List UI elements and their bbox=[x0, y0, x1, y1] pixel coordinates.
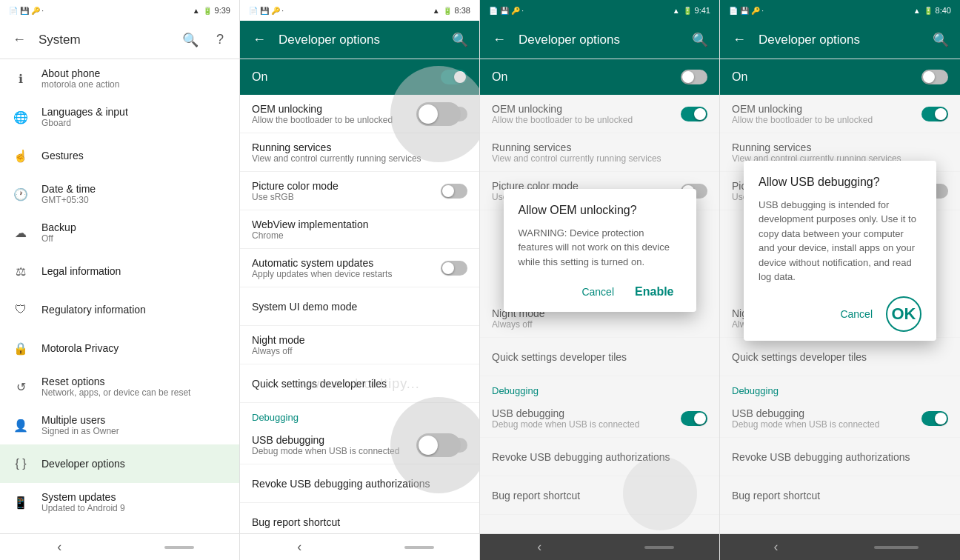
panel-developer-usb: 📄 💾 🔑 · ▲ 🔋 8:40 ← Developer options 🔍 O… bbox=[720, 0, 960, 560]
backup-label: Backup bbox=[41, 221, 76, 233]
sidebar-item-legal[interactable]: ⚖ Legal information bbox=[0, 252, 239, 290]
home-indicator-mid bbox=[404, 546, 434, 549]
usb-row-mid: USB debugging Debug mode when USB is con… bbox=[240, 426, 479, 464]
users-icon: 👤 bbox=[12, 416, 30, 434]
status-icons-left: 📄 💾 🔑 · bbox=[9, 7, 44, 15]
usb-dialog-content: USB debugging is intended for developmen… bbox=[759, 198, 921, 284]
circle-overlay-usb bbox=[390, 397, 479, 493]
time-left: 9:39 bbox=[215, 6, 230, 15]
back-mid[interactable]: ← bbox=[249, 30, 270, 50]
sidebar-item-backup[interactable]: ☁ Backup Off bbox=[0, 213, 239, 252]
status-bar-mid: 📄 💾 🔑 · ▲ 🔋 8:38 bbox=[240, 0, 479, 21]
bottom-bar-mid: ‹ bbox=[240, 533, 479, 560]
reset-icon: ↺ bbox=[12, 378, 30, 396]
lang-sub: Gboard bbox=[41, 118, 128, 128]
about-label: About phone bbox=[41, 67, 119, 79]
sidebar-item-datetime[interactable]: 🕐 Date & time GMT+05:30 bbox=[0, 175, 239, 213]
motorola-icon: 🔒 bbox=[12, 339, 30, 357]
bottom-bar-left: ‹ bbox=[0, 533, 239, 560]
quicktiles-label-mid: Quick settings developer tiles bbox=[252, 378, 467, 390]
bug-report-mid[interactable]: Bug report shortcut bbox=[240, 503, 479, 533]
oem-row-mid: OEM unlocking Allow the bootloader to be… bbox=[240, 95, 479, 133]
app-bar-mid: ← Developer options 🔍 bbox=[240, 21, 479, 59]
enable-circle bbox=[623, 456, 697, 530]
sidebar-item-users[interactable]: 👤 Multiple users Signed in as Owner bbox=[0, 406, 239, 444]
sidebar-item-motorola[interactable]: 🔒 Motorola Privacy bbox=[0, 329, 239, 367]
sidebar-item-about-phone[interactable]: ℹ About phone motorola one action bbox=[0, 59, 239, 98]
regulatory-label: Regulatory information bbox=[41, 304, 146, 316]
status-icons-mid: 📄 💾 🔑 · bbox=[249, 7, 284, 15]
pcolor-sub-mid: Use sRGB bbox=[252, 192, 441, 202]
oem-enable-btn[interactable]: Enable bbox=[627, 281, 681, 303]
panel-system: 📄 💾 🔑 · ▲ 🔋 9:39 ← System 🔍 ? ℹ About ph… bbox=[0, 0, 240, 560]
bugreport-label-mid: Bug report shortcut bbox=[252, 516, 467, 528]
legal-label: Legal information bbox=[41, 265, 121, 277]
picture-color-mid[interactable]: Picture color mode Use sRGB bbox=[240, 172, 479, 210]
lang-icon: 🌐 bbox=[12, 108, 30, 126]
night-mode-mid[interactable]: Night mode Always off bbox=[240, 326, 479, 364]
gestures-icon: ☝ bbox=[12, 147, 30, 164]
oem-dialog-content: WARNING: Device protection features will… bbox=[519, 226, 681, 270]
usb-dialog-actions: Cancel OK bbox=[759, 296, 921, 332]
notif-icons: 📄 💾 🔑 · bbox=[9, 7, 44, 15]
oem-dialog-actions: Cancel Enable bbox=[519, 281, 681, 303]
sidebar-item-regulatory[interactable]: 🛡 Regulatory information bbox=[0, 290, 239, 329]
developer-label: Developer options bbox=[41, 458, 125, 470]
dev-on-label-mid: On bbox=[252, 70, 267, 84]
oem-cancel-btn[interactable]: Cancel bbox=[574, 281, 621, 303]
datetime-sub: GMT+05:30 bbox=[41, 195, 96, 205]
about-sub: motorola one action bbox=[41, 79, 119, 90]
circle-overlay-oem bbox=[390, 66, 479, 162]
pcolor-toggle-mid[interactable] bbox=[441, 184, 467, 199]
regulatory-icon: 🛡 bbox=[12, 301, 30, 319]
back-icon-left[interactable]: ← bbox=[9, 30, 30, 50]
usb-dialog-title: Allow USB debugging? bbox=[759, 176, 921, 189]
users-sub: Signed in as Owner bbox=[41, 426, 119, 436]
webview-mid[interactable]: WebView implementation Chrome bbox=[240, 210, 479, 249]
usb-dialog: Allow USB debugging? USB debugging is in… bbox=[744, 161, 936, 341]
search-icon-left[interactable]: 🔍 bbox=[180, 30, 201, 50]
reset-sub: Network, apps, or device can be reset bbox=[41, 387, 190, 398]
usb-cancel-btn[interactable]: Cancel bbox=[833, 296, 880, 332]
night-sub-mid: Always off bbox=[252, 346, 467, 356]
backup-sub: Off bbox=[41, 233, 76, 244]
auto-updates-mid[interactable]: Automatic system updates Apply updates w… bbox=[240, 249, 479, 287]
webview-label-mid: WebView implementation bbox=[252, 219, 467, 230]
batt-mid: 🔋 bbox=[443, 7, 452, 15]
back-nav-mid[interactable]: ‹ bbox=[285, 536, 313, 558]
toggle-large-oem bbox=[416, 102, 461, 126]
dev-title-mid: Developer options bbox=[279, 33, 441, 47]
sidebar-item-system-updates[interactable]: 📱 System updates Updated to Android 9 bbox=[0, 483, 239, 521]
developer-icon: { } bbox=[12, 455, 30, 473]
sidebar-item-reset[interactable]: ↺ Reset options Network, apps, or device… bbox=[0, 367, 239, 406]
legal-icon: ⚖ bbox=[12, 262, 30, 280]
reset-label: Reset options bbox=[41, 376, 190, 387]
notif-icons-mid: 📄 💾 🔑 · bbox=[249, 7, 284, 15]
search-mid[interactable]: 🔍 bbox=[450, 30, 470, 50]
panel-developer-initial: 📄 💾 🔑 · ▲ 🔋 8:38 ← Developer options 🔍 O… bbox=[240, 0, 480, 560]
dev-options-list-mid: On OEM unlocking Allow the bootloader to… bbox=[240, 59, 479, 533]
ui-demo-mid[interactable]: System UI demo mode bbox=[240, 287, 479, 326]
backup-icon: ☁ bbox=[12, 224, 30, 241]
autoupdate-sub-mid: Apply updates when device restarts bbox=[252, 269, 441, 279]
autoupdate-label-mid: Automatic system updates bbox=[252, 257, 441, 269]
webview-sub-mid: Chrome bbox=[252, 230, 467, 241]
status-bar-left: 📄 💾 🔑 · ▲ 🔋 9:39 bbox=[0, 0, 239, 21]
usb-ok-btn[interactable]: OK bbox=[886, 296, 921, 332]
back-nav-left[interactable]: ‹ bbox=[45, 536, 73, 558]
sidebar-item-developer[interactable]: { } Developer options bbox=[0, 444, 239, 483]
usb-dialog-overlay: Allow USB debugging? USB debugging is in… bbox=[720, 0, 960, 560]
about-icon: ℹ bbox=[12, 70, 30, 87]
updates-label: System updates bbox=[41, 491, 125, 503]
status-right-mid: ▲ 🔋 8:38 bbox=[433, 6, 470, 15]
wifi-mid: ▲ bbox=[433, 7, 440, 15]
sidebar-list: ℹ About phone motorola one action 🌐 Lang… bbox=[0, 59, 239, 533]
sidebar-item-gestures[interactable]: ☝ Gestures bbox=[0, 136, 239, 175]
help-icon-left[interactable]: ? bbox=[210, 30, 230, 50]
toggle-large-usb bbox=[416, 433, 461, 457]
uidemo-label-mid: System UI demo mode bbox=[252, 301, 467, 313]
autoupdate-toggle-mid[interactable] bbox=[441, 261, 467, 276]
wifi-icon: ▲ bbox=[193, 7, 200, 15]
sidebar-item-languages[interactable]: 🌐 Languages & input Gboard bbox=[0, 98, 239, 136]
updates-icon: 📱 bbox=[12, 493, 30, 511]
